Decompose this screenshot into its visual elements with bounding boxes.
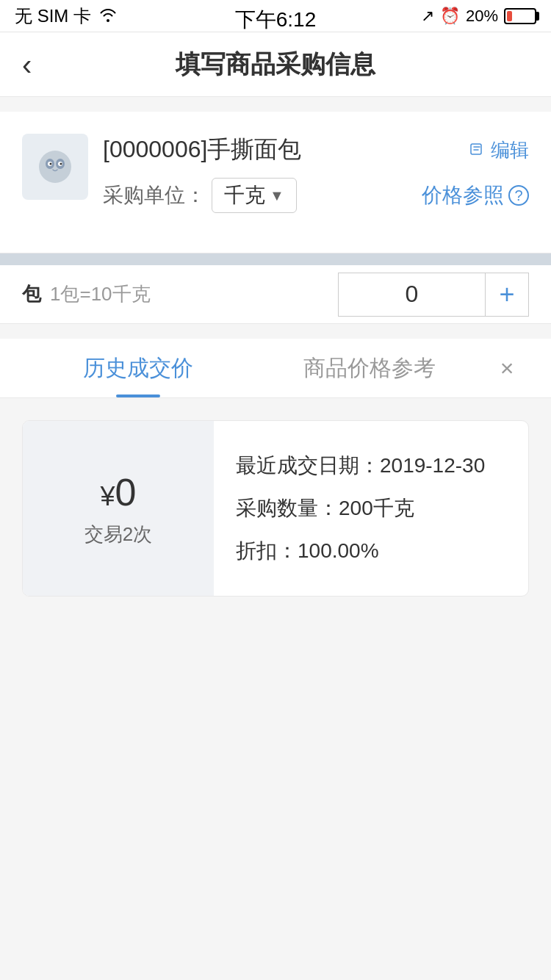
card-container: ¥0 交易2次 最近成交日期：2019-12-30 采购数量：200千克 折扣：… [0, 398, 551, 619]
unit-label: 采购单位： [103, 181, 206, 209]
status-time: 下午6:12 [235, 6, 317, 34]
bottom-area [0, 619, 551, 980]
discount-value: 100.00% [298, 539, 379, 562]
carrier-text: 无 SIM 卡 [15, 4, 91, 28]
quantity-unit-badge: 包 [22, 281, 41, 307]
dropdown-arrow-icon: ▼ [270, 187, 284, 204]
edit-button[interactable]: 编辑 [469, 137, 529, 163]
quantity-input[interactable] [338, 273, 485, 317]
recent-date-item: 最近成交日期：2019-12-30 [236, 450, 506, 481]
page-title: 填写商品采购信息 [176, 48, 375, 82]
divider-band [0, 253, 551, 265]
trade-count: 交易2次 [84, 522, 152, 547]
quantity-plus-button[interactable]: + [485, 273, 529, 317]
svg-rect-7 [471, 144, 481, 154]
battery-icon [504, 8, 536, 24]
status-left: 无 SIM 卡 [15, 4, 118, 28]
svg-point-0 [39, 151, 71, 183]
back-button[interactable]: ‹ [22, 50, 32, 79]
discount-item: 折扣：100.00% [236, 536, 506, 566]
product-info: [0000006]手撕面包 编辑 采购单位： 千克 ▼ [103, 134, 529, 213]
alarm-icon: ⏰ [440, 7, 460, 26]
product-thumbnail [22, 134, 88, 200]
location-icon: ↗ [421, 7, 434, 26]
purchase-qty-value: 200千克 [339, 497, 414, 519]
quantity-input-group: + [338, 273, 529, 317]
battery-pct: 20% [466, 7, 498, 26]
currency-symbol: ¥ [101, 481, 115, 511]
price-display: ¥0 [101, 470, 137, 514]
product-name: [0000006]手撕面包 [103, 134, 301, 166]
discount-label: 折扣： [236, 539, 298, 562]
product-card: [0000006]手撕面包 编辑 采购单位： 千克 ▼ [0, 112, 551, 253]
purchase-qty-item: 采购数量：200千克 [236, 493, 506, 524]
tab-close-button[interactable]: × [485, 346, 529, 390]
quantity-conversion: 1包=10千克 [50, 281, 151, 307]
tab-active-indicator [116, 394, 160, 397]
wifi-icon [98, 6, 118, 26]
price-card: ¥0 交易2次 最近成交日期：2019-12-30 采购数量：200千克 折扣：… [22, 420, 529, 597]
price-card-left: ¥0 交易2次 [23, 421, 214, 596]
tab-bar: 历史成交价 商品价格参考 × [0, 339, 551, 398]
price-value: 0 [115, 471, 137, 514]
tab-product-price-ref[interactable]: 商品价格参考 [253, 339, 485, 397]
price-ref-button[interactable]: 价格参照 ? [422, 181, 529, 209]
tab-history-price[interactable]: 历史成交价 [22, 339, 253, 397]
price-card-right: 最近成交日期：2019-12-30 采购数量：200千克 折扣：100.00% [214, 421, 528, 596]
svg-point-6 [60, 163, 62, 165]
unit-select[interactable]: 千克 ▼ [212, 178, 297, 213]
svg-point-5 [50, 163, 52, 165]
recent-date-label: 最近成交日期： [236, 454, 380, 477]
help-icon: ? [508, 185, 529, 206]
status-right: ↗ ⏰ 20% [421, 7, 536, 26]
nav-header: ‹ 填写商品采购信息 [0, 32, 551, 97]
quantity-row: 包 1包=10千克 + [0, 265, 551, 324]
status-bar: 无 SIM 卡 下午6:12 ↗ ⏰ 20% [0, 0, 551, 32]
purchase-qty-label: 采购数量： [236, 497, 339, 519]
recent-date-value: 2019-12-30 [380, 454, 485, 477]
